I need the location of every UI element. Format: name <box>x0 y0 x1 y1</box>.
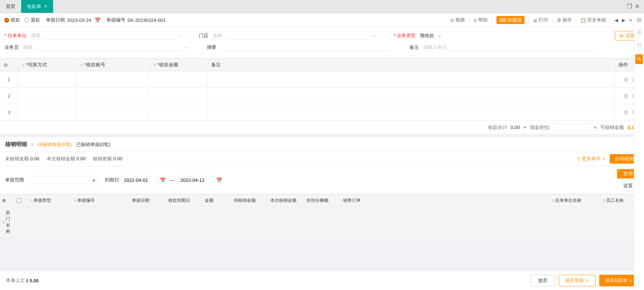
tab-bar-right: ❐ ✕ <box>627 3 644 10</box>
tab-home[interactable]: 首页 <box>0 0 21 13</box>
salesperson-label: 业务员 <box>4 44 19 51</box>
salesperson-more-icon[interactable]: ··· <box>184 44 189 50</box>
total-label: 收款合计 <box>488 124 507 131</box>
tab-receipt[interactable]: 收款单 ✕ <box>21 0 53 13</box>
tab-close-icon[interactable]: ✕ <box>44 4 47 9</box>
summary-input[interactable] <box>219 43 391 51</box>
row-3-delete-icon[interactable]: 🗑 <box>624 109 629 115</box>
salesperson-input[interactable] <box>21 43 183 51</box>
sidebar-list-icon[interactable]: ☰ <box>637 29 642 36</box>
right-sidebar: ▦ ☰ ⊙ ✎ <box>634 13 644 238</box>
store-more-icon[interactable]: ··· <box>372 33 376 39</box>
row-3-note[interactable] <box>208 104 615 120</box>
row-3-amount[interactable] <box>149 104 208 120</box>
sidebar-table-icon[interactable]: ▦ <box>636 16 642 23</box>
diff-label: 核销差额 <box>93 156 112 161</box>
operation-tool[interactable]: ⚙ 操作 <box>557 17 572 23</box>
row-1-settlement[interactable] <box>18 71 76 87</box>
detail-col-due-date: 收款到期日 <box>166 195 203 207</box>
window-close-icon[interactable]: ✕ <box>635 3 640 10</box>
row-2-note[interactable] <box>208 88 615 104</box>
date-from-icon[interactable]: 📅 <box>160 177 166 183</box>
receipt-radio-text: 收款 <box>11 17 20 23</box>
sidebar-edit-icon[interactable]: ✎ <box>635 54 643 64</box>
row-2-delete-icon[interactable]: 🗑 <box>624 93 629 99</box>
shortcut-tool[interactable]: ⌨ 快捷键 <box>496 16 525 24</box>
window-restore-icon[interactable]: ❐ <box>627 3 632 10</box>
calendar-icon[interactable]: 📅 <box>95 17 101 23</box>
history-tool[interactable]: 📋 历史单据 <box>580 17 606 23</box>
business-type-arrow-icon[interactable]: ∨ <box>438 33 441 39</box>
operation-label: 操作 <box>562 17 572 23</box>
business-type-value: 预收款 <box>418 31 436 40</box>
row-3-settlement[interactable] <box>18 104 76 120</box>
detail-type-label: 单据类型 <box>34 197 51 204</box>
note-input[interactable] <box>421 43 594 51</box>
table-settings-icon[interactable]: ⚙ <box>4 62 8 68</box>
table-row: 3 🗑 ⧉ <box>0 104 644 121</box>
uncancelled-label: 未核销金额 <box>5 156 29 161</box>
row-1-num: 1 <box>0 71 18 87</box>
date-to-icon[interactable]: 📅 <box>216 177 222 183</box>
detail-table-header: ⚙ ⇅ 单据类型 ⇅ 单据编号 单据日期 收款到期日 金额 待核销金额 本次核销… <box>0 194 644 238</box>
stats-row: 未核销金额 0.00 本次核销金额 0.00 核销差额 0.00 ▽ 更多条件 … <box>0 152 644 166</box>
more-conditions-button[interactable]: ▽ 更多条件 ∧ <box>577 156 606 162</box>
row-3-account[interactable] <box>76 104 149 120</box>
refund-radio[interactable] <box>24 18 29 23</box>
info-icon[interactable]: ℹ <box>31 142 33 147</box>
store-input[interactable] <box>211 32 370 40</box>
row-1-account[interactable] <box>76 71 149 87</box>
stats-right: ▽ 更多条件 ∧ 自动核销 <box>577 154 639 164</box>
row-2-amount[interactable] <box>149 88 208 104</box>
row-1-delete-icon[interactable]: 🗑 <box>624 77 629 82</box>
row-2-settlement[interactable] <box>18 88 76 104</box>
date-from-input[interactable] <box>121 176 158 184</box>
nav-prev-icon[interactable]: ◀ <box>614 17 618 23</box>
range-select[interactable]: ∨ <box>26 176 99 184</box>
pending-tag[interactable]: 待核销单据(0笔) <box>38 141 72 148</box>
number-field: 单据编号 SK-20230324-001 <box>106 17 166 23</box>
print-tool[interactable]: 🖨 打印 <box>533 17 548 23</box>
done-tag[interactable]: 已核销单据(0笔) <box>76 141 110 148</box>
counterpart-more-icon[interactable]: ··· <box>177 33 181 39</box>
list-view-icon[interactable]: ≡ <box>629 17 632 23</box>
detail-discount-label: 折扣分摊额 <box>307 197 329 204</box>
detail-number-label: 单据编号 <box>77 197 95 204</box>
store-label: 门店 <box>199 32 208 39</box>
current-label: 本次核销金额 <box>47 156 75 161</box>
detail-pending-label: 待核销金额 <box>234 197 256 204</box>
current-value: 0.00 <box>76 156 86 161</box>
more-conditions-label: 更多条件 ∧ <box>582 156 606 162</box>
help-tool[interactable]: ⊙ 帮助 <box>473 17 488 23</box>
header-tools: ⊙ 视频 | ⊙ 帮助 | ⌨ 快捷键 | 🖨 打印 | ⚙ 操作 | 📋 历史… <box>450 16 640 24</box>
plus-sign: + <box>523 125 526 130</box>
row-2-num: 2 <box>0 88 18 104</box>
refund-radio-label[interactable]: 退款 <box>24 17 40 23</box>
nav-next-icon[interactable]: ▶ <box>622 17 625 23</box>
detail-col-checkbox[interactable] <box>15 195 28 207</box>
store-field: 门店 ··· <box>199 32 376 40</box>
select-all-checkbox[interactable] <box>17 198 21 203</box>
range-select-arrow: ∨ <box>92 177 96 183</box>
sidebar-attach-icon[interactable]: ⊙ <box>637 42 641 48</box>
discount-input[interactable] <box>554 124 590 131</box>
col-account-label: *收款账号 <box>85 62 105 68</box>
video-tool[interactable]: ⊙ 视频 <box>450 17 465 23</box>
range-label: 单据范围 <box>5 177 24 183</box>
form-row-2: 业务员 ··· 摘要 备注 <box>4 43 640 51</box>
row-1-note[interactable] <box>208 71 615 87</box>
row-1-amount[interactable] <box>149 71 208 87</box>
row-2-account[interactable] <box>76 88 149 104</box>
counterpart-label: * 往来单位 <box>4 32 27 39</box>
counterpart-input[interactable] <box>29 32 176 40</box>
detail-col-settings[interactable]: ⚙ <box>0 195 15 207</box>
receipt-radio-label[interactable]: 收款 <box>4 17 20 23</box>
date-to-input[interactable] <box>178 176 214 184</box>
diff-stat: 核销差额 0.00 <box>93 156 122 162</box>
business-type-label: * 业务类型 <box>394 32 416 39</box>
uncancelled-value: 0.00 <box>30 156 39 161</box>
counterpart-field: * 往来单位 ··· <box>4 32 181 40</box>
receipt-radio[interactable] <box>4 18 9 23</box>
date-value[interactable]: 2023-03-24 <box>67 17 91 23</box>
col-settings[interactable]: ⚙ <box>0 59 18 71</box>
